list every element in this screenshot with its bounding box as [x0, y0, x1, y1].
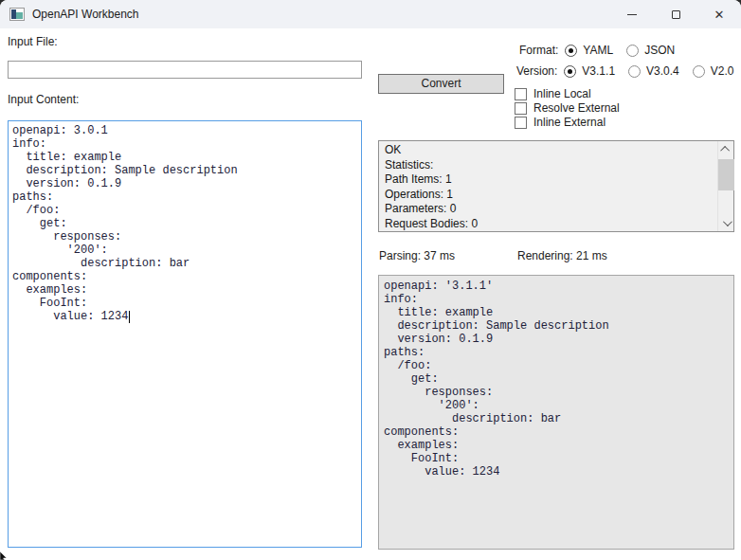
scrollbar-thumb[interactable] [718, 159, 734, 190]
format-label: Format: [519, 44, 558, 57]
status-scrollbar[interactable] [717, 141, 733, 231]
app-icon [9, 7, 25, 22]
rendering-time-label: Rendering: 21 ms [517, 249, 607, 262]
convert-button[interactable]: Convert [378, 74, 504, 94]
format-radio-group: Format: YAML JSON [519, 44, 688, 57]
inline-local-label[interactable]: Inline Local [533, 87, 591, 100]
resolve-external-label[interactable]: Resolve External [533, 101, 620, 115]
chevron-up-icon [720, 146, 730, 155]
radio-version-v20-label[interactable]: V2.0 [711, 64, 734, 78]
inline-external-checkbox[interactable] [515, 117, 527, 129]
maximize-icon [672, 10, 680, 19]
scroll-down-button[interactable] [718, 215, 734, 231]
scroll-up-button[interactable] [718, 141, 734, 157]
inline-local-checkbox[interactable] [515, 88, 527, 100]
radio-version-v304-label[interactable]: V3.0.4 [646, 64, 679, 78]
status-line: Operations: 1 [385, 188, 478, 203]
close-button[interactable]: ✕ [697, 0, 741, 28]
status-line: Path Items: 1 [385, 172, 478, 188]
close-icon: ✕ [714, 9, 725, 21]
input-file-label: Input File: [8, 35, 58, 48]
output-content-box[interactable]: openapi: '3.1.1' info: title: example de… [378, 275, 734, 550]
status-line: Request Bodies: 0 [385, 217, 478, 232]
status-line: OK [385, 143, 478, 158]
radio-version-v311[interactable] [564, 65, 576, 78]
radio-version-v304[interactable] [628, 65, 641, 78]
minimize-icon [627, 14, 637, 15]
checkbox-row-inline-external: Inline External [515, 116, 605, 129]
caption-buttons: ✕ [610, 0, 741, 28]
text-caret [129, 311, 130, 323]
status-text: OKStatistics:Path Items: 1Operations: 1P… [385, 143, 478, 231]
radio-format-yaml[interactable] [565, 45, 577, 57]
status-line: Parameters: 0 [385, 202, 478, 217]
radio-format-json[interactable] [626, 45, 639, 57]
version-label: Version: [516, 64, 557, 78]
checkbox-row-inline-local: Inline Local [515, 87, 591, 100]
radio-format-yaml-label[interactable]: YAML [583, 44, 613, 57]
titlebar: OpenAPI Workbench ✕ [0, 0, 741, 28]
output-content-text: openapi: '3.1.1' info: title: example de… [384, 280, 609, 479]
parsing-time-label: Parsing: 37 ms [379, 249, 455, 262]
radio-version-v20[interactable] [693, 65, 705, 78]
minimize-button[interactable] [610, 0, 654, 28]
status-line: Statistics: [385, 158, 478, 173]
chevron-down-icon [723, 217, 732, 226]
input-content-label: Input Content: [8, 93, 79, 106]
input-content-text: openapi: 3.0.1 info: title: example desc… [12, 124, 238, 323]
radio-version-v311-label[interactable]: V3.1.1 [582, 64, 615, 78]
version-radio-group: Version: V3.1.1 V3.0.4 V2.0 [516, 64, 741, 78]
window-title: OpenAPI Workbench [32, 8, 139, 21]
maximize-button[interactable] [654, 0, 697, 28]
inline-external-label[interactable]: Inline External [533, 116, 605, 129]
mouse-cursor [0, 551, 9, 560]
status-output-box[interactable]: OKStatistics:Path Items: 1Operations: 1P… [378, 140, 734, 232]
input-file-field[interactable] [8, 61, 362, 79]
radio-format-json-label[interactable]: JSON [644, 44, 675, 57]
app-window: OpenAPI Workbench ✕ Input File: Input Co… [0, 0, 741, 560]
input-content-editor[interactable]: openapi: 3.0.1 info: title: example desc… [8, 120, 362, 548]
checkbox-row-resolve-external: Resolve External [515, 101, 620, 115]
resolve-external-checkbox[interactable] [515, 102, 527, 115]
